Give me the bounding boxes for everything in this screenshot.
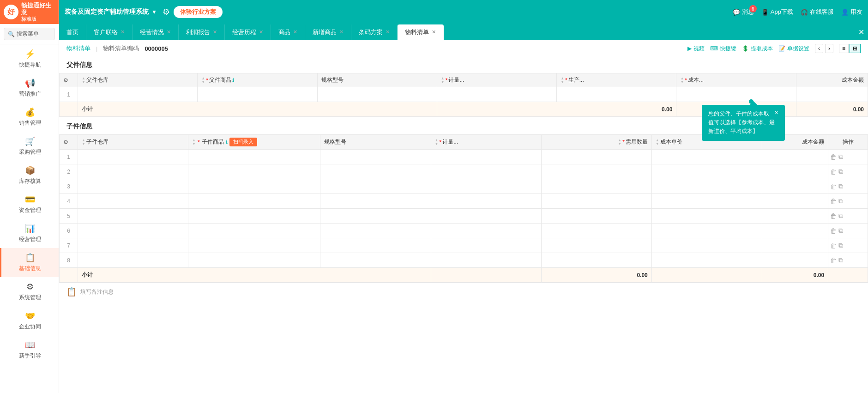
child-spec-7[interactable] [320,238,431,253]
sidebar-item-4[interactable]: 📦库存核算 [0,161,59,190]
parent-spec-1[interactable] [317,87,437,102]
child-warehouse-input-5[interactable] [78,209,188,223]
online-service-button[interactable]: 🎧 在线客服 [801,8,834,16]
child-warehouse-input-2[interactable] [78,164,188,179]
child-warehouse-input-6[interactable] [78,224,188,238]
child-spec-1[interactable] [320,150,431,164]
parent-spec-input-1[interactable] [318,87,437,102]
child-copy-2[interactable]: ⧉ [838,168,843,175]
child-delete-6[interactable]: 🗑 [830,227,837,235]
child-product-input-4[interactable] [188,194,320,208]
child-unit-cost-6[interactable] [651,224,762,238]
child-spec-8[interactable] [320,253,431,268]
list-view-button[interactable]: ≡ [839,44,849,53]
child-copy-6[interactable]: ⧉ [838,227,843,235]
child-warehouse-2[interactable] [78,164,188,179]
settings-icon[interactable]: ⚙ [163,7,170,17]
child-unit-cost-2[interactable] [651,164,762,179]
sidebar-item-0[interactable]: ⚡快捷导航 [0,44,59,73]
child-qty-1[interactable] [541,150,651,164]
settings-cog-icon[interactable]: ⚙ [63,77,68,84]
nav-tab-close-2[interactable]: ✕ [167,29,171,35]
child-measure-4[interactable] [431,194,541,209]
child-spec-input-7[interactable] [320,238,430,253]
child-warehouse-7[interactable] [78,238,188,253]
child-qty-input-5[interactable] [542,209,651,223]
child-warehouse-input-1[interactable] [78,150,188,164]
child-warehouse-input-7[interactable] [78,238,188,253]
child-delete-5[interactable]: 🗑 [830,212,837,220]
search-menu-button[interactable]: 🔍 搜索菜单 [4,28,55,40]
nav-tab-close-8[interactable]: ✕ [432,29,436,35]
child-product-3[interactable] [188,179,320,194]
child-unit-cost-4[interactable] [651,194,762,209]
child-copy-4[interactable]: ⧉ [838,197,843,205]
sidebar-item-5[interactable]: 💳资金管理 [0,190,59,219]
message-button[interactable]: 💬 消息 6 [733,8,754,16]
child-measure-2[interactable] [431,164,541,179]
child-qty-4[interactable] [541,194,651,209]
single-setting-button[interactable]: 📝 单据设置 [778,45,809,53]
sidebar-item-6[interactable]: 📊经营管理 [0,219,59,248]
nav-tab-5[interactable]: 商品✕ [271,24,305,40]
child-unit-cost-input-5[interactable] [652,209,762,223]
user-button[interactable]: 👤 用友 [841,8,862,16]
child-product-input-2[interactable] [188,164,320,179]
child-measure-input-2[interactable] [431,164,541,179]
scan-button[interactable]: 扫码录入 [229,138,257,146]
child-unit-cost-8[interactable] [651,253,762,268]
child-spec-input-4[interactable] [320,194,430,208]
nav-tab-close-6[interactable]: ✕ [339,29,344,35]
trial-button[interactable]: 体验行业方案 [174,6,223,18]
child-unit-cost-7[interactable] [651,238,762,253]
nav-tab-1[interactable]: 客户联络✕ [86,24,133,40]
child-warehouse-4[interactable] [78,194,188,209]
child-product-5[interactable] [188,209,320,224]
parent-warehouse-1[interactable] [78,87,198,102]
child-product-2[interactable] [188,164,320,179]
child-qty-3[interactable] [541,179,651,194]
child-unit-cost-1[interactable] [651,150,762,164]
nav-tab-0[interactable]: 首页 [59,24,86,40]
note-text[interactable]: 填写备注信息 [80,288,114,296]
sidebar-item-9[interactable]: 🤝企业协同 [0,306,59,335]
child-qty-input-2[interactable] [542,164,651,179]
extract-cost-button[interactable]: 💲 提取成本 [742,45,773,53]
child-warehouse-3[interactable] [78,179,188,194]
child-qty-8[interactable] [541,253,651,268]
nav-tab-close-1[interactable]: ✕ [121,29,125,35]
child-measure-3[interactable] [431,179,541,194]
parent-product-1[interactable] [198,87,317,102]
parent-measure-input-1[interactable] [437,87,556,102]
child-spec-input-2[interactable] [320,164,430,179]
parent-production-input-1[interactable] [557,87,676,102]
app-download-button[interactable]: 📱 App下载 [761,8,793,16]
child-delete-7[interactable]: 🗑 [830,242,837,249]
parent-warehouse-input-1[interactable] [78,87,197,102]
next-page-button[interactable]: › [825,44,833,53]
video-button[interactable]: ▶ 视频 [687,45,705,53]
prev-page-button[interactable]: ‹ [815,44,823,53]
sidebar-item-7[interactable]: 📋基础信息 [0,248,59,277]
child-product-6[interactable] [188,224,320,238]
child-qty-input-1[interactable] [542,150,651,164]
nav-tab-2[interactable]: 经营情况✕ [133,24,179,40]
child-measure-input-8[interactable] [431,253,541,267]
child-measure-1[interactable] [431,150,541,164]
child-warehouse-6[interactable] [78,224,188,238]
child-spec-2[interactable] [320,164,431,179]
child-copy-8[interactable]: ⧉ [838,256,843,264]
child-warehouse-8[interactable] [78,253,188,268]
nav-tab-4[interactable]: 经营历程✕ [225,24,271,40]
child-product-input-6[interactable] [188,224,320,238]
child-unit-cost-input-6[interactable] [652,224,762,238]
child-measure-input-7[interactable] [431,238,541,253]
child-measure-input-6[interactable] [431,224,541,238]
child-warehouse-input-4[interactable] [78,194,188,208]
child-warehouse-input-8[interactable] [78,253,188,267]
nav-tab-6[interactable]: 新增商品✕ [305,24,351,40]
child-spec-3[interactable] [320,179,431,194]
child-qty-input-4[interactable] [542,194,651,208]
child-qty-input-7[interactable] [542,238,651,253]
child-warehouse-1[interactable] [78,150,188,164]
